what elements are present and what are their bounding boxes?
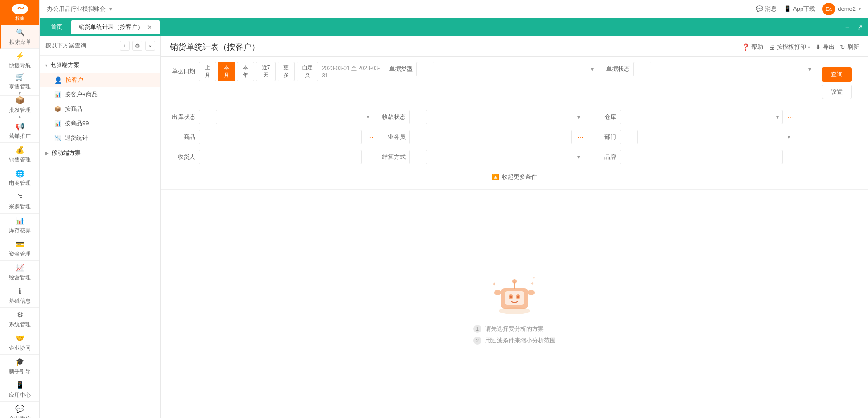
- warehouse-input[interactable]: [620, 110, 783, 124]
- svg-text:✦: ✦: [530, 281, 534, 286]
- doc-status-select[interactable]: [633, 62, 651, 76]
- export-action[interactable]: ⬇ 导出: [816, 43, 835, 51]
- sidebar-item-search-menu[interactable]: 🔍 搜索菜单: [0, 25, 39, 49]
- tab-close-icon[interactable]: ✕: [147, 24, 152, 31]
- scheme-item-by-customer[interactable]: 👤 按客户: [40, 73, 160, 87]
- doc-type-label: 单据类型: [387, 65, 413, 73]
- warehouse-dots[interactable]: ···: [788, 113, 794, 121]
- doc-status-label: 单据状态: [604, 65, 630, 73]
- sidebar-item-sys[interactable]: ⚙ 系统管理: [0, 308, 39, 331]
- sidebar-item-marketing[interactable]: 📢 营销推广: [0, 119, 39, 143]
- settle-method-select-wrap: [409, 150, 583, 164]
- help-action[interactable]: ❓ 帮助: [742, 43, 763, 51]
- product-label: 商品: [170, 133, 195, 141]
- more-btn[interactable]: 更多: [278, 62, 295, 81]
- template-print-action[interactable]: 🖨 按模板打印 ▾: [769, 43, 810, 51]
- tab-fullscreen-button[interactable]: ⤢: [855, 21, 864, 33]
- sidebar-item-finance[interactable]: 💳 资金管理: [0, 237, 39, 261]
- dept-select[interactable]: [620, 130, 638, 144]
- sidebar-item-wechat[interactable]: 💬 企业微信: [0, 402, 39, 418]
- collapse-more-button[interactable]: 🔼 收起更多条件: [170, 170, 859, 184]
- empty-state: ✦ ✦ ✦ 1 请先选择要分析的方案 2 用过滤条件来缩小分析范围: [161, 190, 868, 418]
- tip-num-1: 1: [473, 325, 481, 333]
- add-scheme-button[interactable]: +: [120, 41, 130, 51]
- settings-button[interactable]: 设置: [822, 85, 852, 99]
- sidebar-item-enterprise[interactable]: 🤝 企业协同: [0, 331, 39, 355]
- page-actions: ❓ 帮助 🖨 按模板打印 ▾ ⬇ 导出 ↻ 刷新: [742, 43, 859, 51]
- sidebar-item-ecom[interactable]: 🌐 电商管理: [0, 166, 39, 190]
- scheme-item-by-product-99[interactable]: 📊 按商品99: [40, 116, 160, 131]
- mobile-icon: 📱: [15, 381, 24, 390]
- doc-type-select[interactable]: [416, 62, 434, 76]
- product-dots[interactable]: ···: [367, 133, 373, 141]
- scheme-group-mobile-header[interactable]: ▶ 移动端方案: [40, 145, 160, 161]
- consignee-input[interactable]: [199, 150, 362, 164]
- brand-dots[interactable]: ···: [788, 153, 794, 161]
- custom-btn[interactable]: 自定义: [297, 62, 318, 81]
- sidebar-item-purchase[interactable]: 🛍 采购管理: [0, 190, 39, 214]
- scheme-group-desktop-label: 电脑端方案: [50, 61, 80, 69]
- desktop-toggle-icon: ▾: [45, 63, 47, 68]
- this-month-btn[interactable]: 本月: [218, 62, 235, 81]
- tab-home[interactable]: 首页: [43, 20, 70, 34]
- scheme-item-by-product[interactable]: 📦 按商品: [40, 102, 160, 116]
- sidebar-item-label: 采购管理: [9, 203, 31, 210]
- query-button[interactable]: 查询: [822, 67, 852, 82]
- settings-scheme-button[interactable]: ⚙: [132, 41, 142, 51]
- message-action[interactable]: 💬 消息: [756, 5, 777, 13]
- brand-input[interactable]: [620, 150, 783, 164]
- tab-sales-stat[interactable]: 销货单统计表（按客户） ✕: [71, 20, 160, 34]
- lightning-icon: ⚡: [15, 52, 24, 60]
- collapse-label: 收起更多条件: [502, 173, 537, 181]
- logo-icon: [12, 4, 28, 14]
- salesperson-dots[interactable]: ···: [577, 133, 583, 141]
- sidebar-item-sales[interactable]: 💰 销售管理: [0, 143, 39, 166]
- tab-minimize-button[interactable]: −: [844, 21, 851, 33]
- scheme-item-return-stats[interactable]: 📉 退货统计: [40, 131, 160, 145]
- sidebar-item-quick-nav[interactable]: ⚡ 快捷导航: [0, 49, 39, 72]
- doc-status-select-wrap: [633, 62, 815, 76]
- app-logo[interactable]: 标账: [0, 0, 39, 25]
- grad-icon: 🎓: [15, 357, 24, 366]
- cart-icon: 🛒: [15, 72, 24, 81]
- out-status-select[interactable]: [199, 110, 217, 124]
- collapse-panel-button[interactable]: «: [145, 41, 155, 51]
- empty-tip-2: 2 用过滤条件来缩小分析范围: [473, 337, 556, 345]
- sidebar-item-wholesale[interactable]: 📦 批发管理 ▴: [0, 96, 39, 119]
- sidebar-item-basic[interactable]: ℹ 基础信息: [0, 284, 39, 308]
- product-icon: 📦: [54, 106, 61, 112]
- sidebar-item-appcenter[interactable]: 📱 应用中心: [0, 378, 39, 402]
- scheme-group-desktop-header[interactable]: ▾ 电脑端方案: [40, 57, 160, 73]
- salesperson-input[interactable]: [409, 130, 572, 144]
- home-tab-label: 首页: [51, 23, 62, 31]
- refresh-action[interactable]: ↻ 刷新: [840, 43, 859, 51]
- sidebar-item-label: 经营管理: [9, 274, 31, 281]
- salesperson-label: 业务员: [380, 133, 406, 141]
- scheme-item-by-customer-product[interactable]: 📊 按客户+商品: [40, 87, 160, 102]
- last-7-days-btn[interactable]: 近7天: [256, 62, 276, 81]
- export-label: 导出: [823, 43, 835, 51]
- customer-icon: 👤: [54, 76, 62, 84]
- sidebar: 标账 🔍 搜索菜单 ⚡ 快捷导航 🛒 零售管理 ▾ 📦 批发管理 ▴ 📢 营销推…: [0, 0, 40, 418]
- settle-method-select[interactable]: [409, 150, 427, 164]
- user-profile[interactable]: Ea demo2 ▾: [822, 3, 861, 15]
- product-input[interactable]: [199, 130, 362, 144]
- sidebar-item-guide[interactable]: 🎓 新手引导: [0, 355, 39, 378]
- this-year-btn[interactable]: 本年: [237, 62, 254, 81]
- app-download-action[interactable]: 📱 App下载: [784, 5, 815, 13]
- help-icon: ❓: [742, 43, 750, 51]
- consignee-dots[interactable]: ···: [367, 153, 373, 161]
- mobile-toggle-icon: ▶: [45, 151, 49, 156]
- chat-icon: 💬: [15, 404, 24, 413]
- receipt-status-select[interactable]: [409, 110, 427, 124]
- handshake-icon: 🤝: [15, 334, 24, 342]
- title-dropdown-icon[interactable]: ▾: [109, 6, 112, 12]
- sidebar-item-retail[interactable]: 🛒 零售管理 ▾: [0, 72, 39, 96]
- sidebar-item-inventory[interactable]: 📊 库存核算: [0, 214, 39, 237]
- print-dropdown-icon: ▾: [808, 45, 810, 50]
- megaphone-icon: 📢: [15, 122, 24, 131]
- app-title[interactable]: 办公用品行业模拟账套: [47, 5, 106, 13]
- message-icon: 💬: [756, 5, 763, 12]
- last-month-btn[interactable]: 上月: [199, 62, 216, 81]
- sidebar-item-ops[interactable]: 📈 经营管理: [0, 261, 39, 284]
